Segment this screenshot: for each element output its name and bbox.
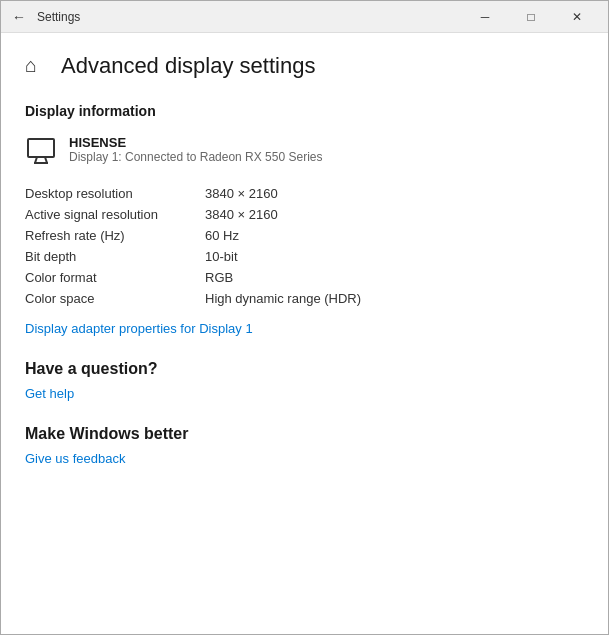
table-row: Active signal resolution3840 × 2160: [25, 204, 584, 225]
table-row: Refresh rate (Hz)60 Hz: [25, 225, 584, 246]
row-value: 3840 × 2160: [205, 186, 278, 201]
minimize-button[interactable]: ─: [462, 1, 508, 33]
back-icon: ←: [12, 9, 26, 25]
row-value: High dynamic range (HDR): [205, 291, 361, 306]
display-information-section: Display information HISENSE Display 1: C…: [25, 103, 584, 336]
monitor-info: HISENSE Display 1: Connected to Radeon R…: [69, 135, 322, 164]
display-info-section-title: Display information: [25, 103, 584, 119]
feedback-link[interactable]: Give us feedback: [25, 451, 584, 466]
adapter-properties-link[interactable]: Display adapter properties for Display 1: [25, 321, 584, 336]
get-help-link[interactable]: Get help: [25, 386, 584, 401]
page-header: ⌂ Advanced display settings: [25, 53, 584, 79]
back-button[interactable]: ←: [9, 7, 29, 27]
question-section: Have a question? Get help: [25, 360, 584, 401]
display-info-table: Desktop resolution3840 × 2160Active sign…: [25, 183, 584, 309]
row-label: Bit depth: [25, 249, 205, 264]
svg-rect-0: [28, 139, 54, 157]
row-label: Refresh rate (Hz): [25, 228, 205, 243]
row-value: 60 Hz: [205, 228, 239, 243]
settings-window: ← Settings ─ □ ✕ ⌂ Advanced display sett…: [0, 0, 609, 635]
row-value: 3840 × 2160: [205, 207, 278, 222]
row-label: Desktop resolution: [25, 186, 205, 201]
table-row: Desktop resolution3840 × 2160: [25, 183, 584, 204]
monitor-name: HISENSE: [69, 135, 322, 150]
window-title: Settings: [37, 10, 462, 24]
close-icon: ✕: [572, 10, 582, 24]
monitor-icon: [25, 135, 57, 167]
monitor-subtitle: Display 1: Connected to Radeon RX 550 Se…: [69, 150, 322, 164]
row-label: Active signal resolution: [25, 207, 205, 222]
feedback-title: Make Windows better: [25, 425, 584, 443]
table-row: Color formatRGB: [25, 267, 584, 288]
maximize-icon: □: [527, 10, 534, 24]
close-button[interactable]: ✕: [554, 1, 600, 33]
row-label: Color format: [25, 270, 205, 285]
monitor-card: HISENSE Display 1: Connected to Radeon R…: [25, 135, 584, 167]
title-bar: ← Settings ─ □ ✕: [1, 1, 608, 33]
window-controls: ─ □ ✕: [462, 1, 600, 33]
row-label: Color space: [25, 291, 205, 306]
main-content: ⌂ Advanced display settings Display info…: [1, 33, 608, 634]
home-icon: ⌂: [25, 54, 49, 78]
row-value: RGB: [205, 270, 233, 285]
question-title: Have a question?: [25, 360, 584, 378]
table-row: Bit depth10-bit: [25, 246, 584, 267]
table-row: Color spaceHigh dynamic range (HDR): [25, 288, 584, 309]
feedback-section: Make Windows better Give us feedback: [25, 425, 584, 466]
page-title: Advanced display settings: [61, 53, 315, 79]
minimize-icon: ─: [481, 10, 490, 24]
row-value: 10-bit: [205, 249, 238, 264]
maximize-button[interactable]: □: [508, 1, 554, 33]
